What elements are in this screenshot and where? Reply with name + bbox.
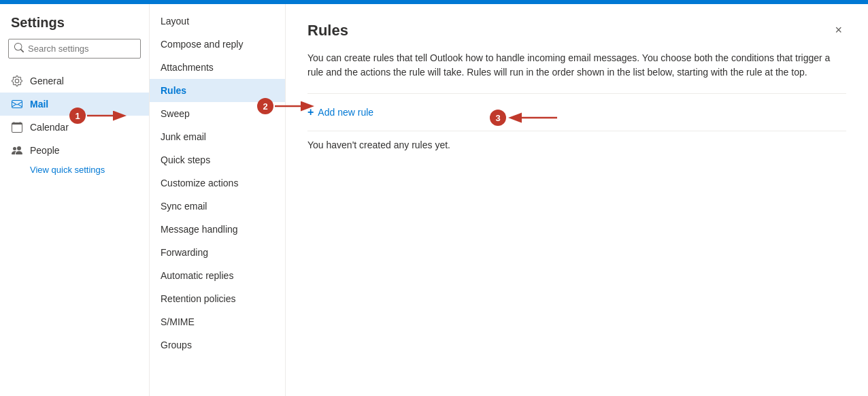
sidebar-item-calendar-label: Calendar <box>30 122 69 133</box>
mid-nav-sync-email[interactable]: Sync email <box>150 195 285 218</box>
sidebar-item-general[interactable]: General <box>0 69 149 93</box>
mid-nav-compose-reply[interactable]: Compose and reply <box>150 33 285 56</box>
main-content: Rules × You can create rules that tell O… <box>286 4 868 396</box>
close-button[interactable]: × <box>831 20 846 40</box>
divider-2 <box>307 131 846 131</box>
sidebar-item-people[interactable]: People <box>0 139 149 162</box>
plus-icon: + <box>307 106 314 118</box>
mid-nav-sweep[interactable]: Sweep <box>150 102 285 125</box>
mid-nav-rules[interactable]: Rules <box>150 79 285 102</box>
sidebar-item-mail[interactable]: Mail <box>0 93 149 116</box>
main-header: Rules × <box>307 20 846 40</box>
no-rules-text: You haven't created any rules yet. <box>307 139 846 150</box>
people-icon <box>11 144 23 156</box>
mail-icon <box>11 98 23 110</box>
quick-settings-link[interactable]: View quick settings <box>0 162 149 178</box>
mid-nav-automatic-replies[interactable]: Automatic replies <box>150 264 285 287</box>
mid-nav-message-handling[interactable]: Message handling <box>150 218 285 241</box>
mid-nav-retention-policies[interactable]: Retention policies <box>150 287 285 310</box>
sidebar: Settings General <box>0 4 150 396</box>
add-rule-button[interactable]: + Add new rule <box>307 102 373 122</box>
mid-nav-groups[interactable]: Groups <box>150 333 285 357</box>
mid-nav-quick-steps[interactable]: Quick steps <box>150 148 285 171</box>
page-title: Rules <box>307 22 348 39</box>
mid-nav-junk-email[interactable]: Junk email <box>150 125 285 148</box>
mid-nav-smime[interactable]: S/MIME <box>150 310 285 333</box>
sidebar-item-calendar[interactable]: Calendar <box>0 116 149 139</box>
mid-nav-customize-actions[interactable]: Customize actions <box>150 171 285 195</box>
mid-nav: Layout Compose and reply Attachments Rul… <box>150 4 286 396</box>
sidebar-item-general-label: General <box>30 76 64 86</box>
settings-title: Settings <box>0 15 149 39</box>
search-box[interactable] <box>8 39 141 59</box>
mid-nav-layout[interactable]: Layout <box>150 10 285 33</box>
add-rule-label: Add new rule <box>318 107 373 118</box>
calendar-icon <box>11 121 23 133</box>
search-icon <box>14 43 24 54</box>
divider <box>307 93 846 94</box>
search-input[interactable] <box>28 44 135 54</box>
sidebar-item-mail-label: Mail <box>30 99 48 110</box>
mid-nav-attachments[interactable]: Attachments <box>150 56 285 79</box>
gear-icon <box>11 75 23 87</box>
sidebar-item-people-label: People <box>30 145 60 156</box>
mid-nav-forwarding[interactable]: Forwarding <box>150 241 285 264</box>
rules-description: You can create rules that tell Outlook h… <box>307 51 846 80</box>
